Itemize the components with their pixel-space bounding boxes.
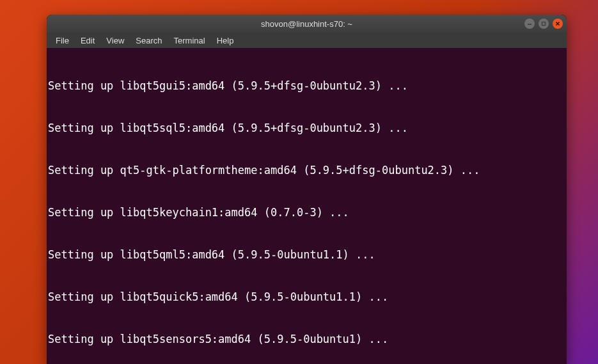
output-line: Setting up libqt5quick5:amd64 (5.9.5-0ub… xyxy=(48,290,565,304)
close-button[interactable] xyxy=(553,19,563,29)
menu-view[interactable]: View xyxy=(101,35,129,47)
menu-terminal[interactable]: Terminal xyxy=(169,35,210,47)
output-line: Setting up qt5-gtk-platformtheme:amd64 (… xyxy=(48,163,565,177)
close-icon xyxy=(555,21,560,26)
terminal-output[interactable]: Setting up libqt5gui5:amd64 (5.9.5+dfsg-… xyxy=(47,48,567,364)
minimize-button[interactable] xyxy=(524,19,535,29)
menubar: File Edit View Search Terminal Help xyxy=(47,33,567,48)
output-line: Setting up libqt5sql5:amd64 (5.9.5+dfsg-… xyxy=(48,121,565,135)
menu-edit[interactable]: Edit xyxy=(75,35,100,47)
menu-file[interactable]: File xyxy=(51,35,74,47)
output-line: Setting up libqt5keychain1:amd64 (0.7.0-… xyxy=(48,205,565,219)
menu-help[interactable]: Help xyxy=(212,35,239,47)
output-line: Setting up libqt5gui5:amd64 (5.9.5+dfsg-… xyxy=(48,79,565,93)
window-titlebar[interactable]: shovon@linuxhint-s70: ~ xyxy=(47,15,567,33)
window-controls xyxy=(524,19,563,29)
svg-rect-1 xyxy=(542,22,546,26)
maximize-button[interactable] xyxy=(539,19,549,29)
output-line: Setting up libqt5qml5:amd64 (5.9.5-0ubun… xyxy=(48,248,565,262)
maximize-icon xyxy=(541,21,546,26)
menu-search[interactable]: Search xyxy=(130,35,167,47)
window-title: shovon@linuxhint-s70: ~ xyxy=(261,19,352,29)
minimize-icon xyxy=(527,21,532,26)
terminal-window: shovon@linuxhint-s70: ~ File Edit View S… xyxy=(47,15,567,364)
output-line: Setting up libqt5sensors5:amd64 (5.9.5-0… xyxy=(48,332,565,346)
